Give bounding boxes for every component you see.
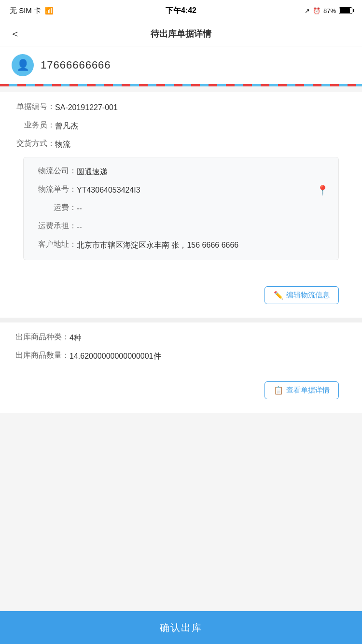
edit-logistics-label: 编辑物流信息 xyxy=(286,291,330,300)
salesman-label: 业务员： xyxy=(12,120,55,130)
freight-bearer-value: -- xyxy=(77,221,329,233)
back-button[interactable]: ＜ xyxy=(10,25,24,43)
logistics-card: 物流公司： 圆通速递 物流单号： YT43064053424I3 📍 运费： -… xyxy=(23,157,339,260)
logistics-company-label: 物流公司： xyxy=(33,166,77,176)
avatar: 👤 xyxy=(12,54,34,76)
logistics-tracking-row: 物流单号： YT43064053424I3 📍 xyxy=(33,184,329,196)
document-icon: 📋 xyxy=(274,386,283,395)
edit-icon: ✏️ xyxy=(274,291,283,300)
freight-bearer-row: 运费承担： -- xyxy=(33,221,329,233)
logistics-tracking-label: 物流单号： xyxy=(33,184,77,195)
location-track-icon[interactable]: 📍 xyxy=(317,184,329,196)
delivery-label: 交货方式： xyxy=(12,139,55,149)
user-phone: 17666666666 xyxy=(41,59,111,71)
goods-quantity-label: 出库商品数量： xyxy=(12,350,70,361)
goods-quantity-row: 出库商品数量： 14.62000000000000001件 xyxy=(12,350,350,362)
view-detail-label: 查看单据详情 xyxy=(286,386,330,395)
delivery-row: 交货方式： 物流 xyxy=(12,139,350,150)
content-spacer xyxy=(0,413,362,519)
view-detail-button[interactable]: 📋 查看单据详情 xyxy=(265,381,339,399)
goods-types-value: 4种 xyxy=(70,332,350,344)
document-number-row: 单据编号： SA-20191227-001 xyxy=(12,102,350,113)
status-time: 下午4:42 xyxy=(166,6,196,16)
logistics-company-value: 圆通速递 xyxy=(77,166,329,178)
confirm-button-label: 确认出库 xyxy=(160,621,202,634)
logistics-tracking-value: YT43064053424I3 xyxy=(77,184,314,196)
salesman-row: 业务员： 曾凡杰 xyxy=(12,120,350,132)
carrier-label: 无 SIM 卡 xyxy=(10,6,41,15)
alarm-icon: ⏰ xyxy=(313,7,320,14)
document-info-section: 单据编号： SA-20191227-001 业务员： 曾凡杰 交货方式： 物流 … xyxy=(0,92,362,277)
edit-row: ✏️ 编辑物流信息 xyxy=(0,277,362,318)
wifi-icon: 📶 xyxy=(45,7,53,14)
confirm-button[interactable]: 确认出库 xyxy=(0,611,362,644)
battery-fill xyxy=(340,8,350,13)
dashed-divider xyxy=(0,84,362,86)
nav-bar: ＜ 待出库单据详情 xyxy=(0,21,362,46)
freight-bearer-label: 运费承担： xyxy=(33,221,77,231)
address-row: 客户地址： 北京市市辖区海淀区永丰南 张，156 6666 6666 xyxy=(33,239,329,251)
document-number-label: 单据编号： xyxy=(12,102,55,112)
freight-row: 运费： -- xyxy=(33,203,329,214)
goods-section: 出库商品种类： 4种 出库商品数量： 14.62000000000000001件 xyxy=(0,322,362,372)
page-title: 待出库单据详情 xyxy=(151,28,211,40)
status-left: 无 SIM 卡 📶 xyxy=(10,6,53,15)
document-number-value: SA-20191227-001 xyxy=(55,102,350,113)
goods-types-row: 出库商品种类： 4种 xyxy=(12,332,350,344)
goods-types-label: 出库商品种类： xyxy=(12,332,70,342)
edit-logistics-button[interactable]: ✏️ 编辑物流信息 xyxy=(265,286,339,304)
section-gap xyxy=(0,318,362,322)
view-row: 📋 查看单据详情 xyxy=(0,372,362,413)
salesman-value: 曾凡杰 xyxy=(55,120,350,132)
freight-value: -- xyxy=(77,203,329,214)
logistics-company-row: 物流公司： 圆通速递 xyxy=(33,166,329,178)
user-row: 👤 17666666666 xyxy=(0,46,362,84)
battery-percent: 87% xyxy=(323,7,336,14)
freight-label: 运费： xyxy=(33,203,77,213)
address-value: 北京市市辖区海淀区永丰南 张，156 6666 6666 xyxy=(77,239,329,251)
goods-quantity-value: 14.62000000000000001件 xyxy=(70,350,350,362)
status-bar: 无 SIM 卡 📶 下午4:42 ↗ ⏰ 87% xyxy=(0,0,362,21)
delivery-value: 物流 xyxy=(55,139,350,150)
status-right: ↗ ⏰ 87% xyxy=(305,7,352,14)
battery-icon xyxy=(339,7,352,14)
location-icon: ↗ xyxy=(305,7,310,14)
avatar-icon: 👤 xyxy=(16,59,29,71)
address-label: 客户地址： xyxy=(33,239,77,250)
